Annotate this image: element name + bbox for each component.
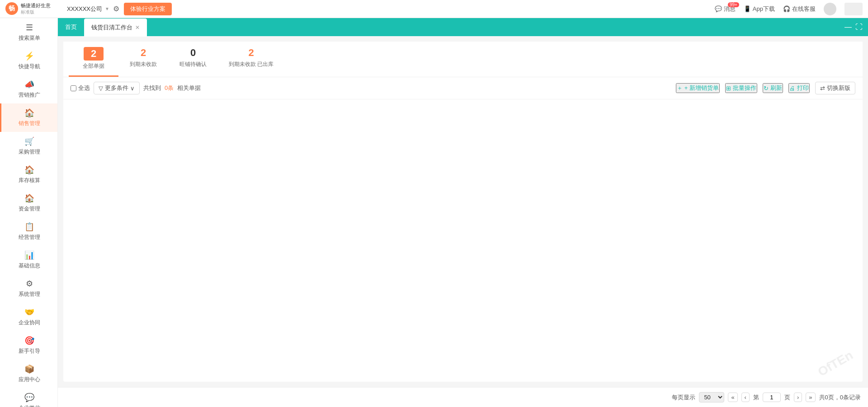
print-label: 打印	[797, 84, 809, 92]
result-text: 共找到	[143, 84, 161, 92]
service-icon: 🎧	[783, 5, 790, 12]
page-word-before: 第	[753, 393, 759, 402]
app-body: ☰ 搜索菜单 ⚡ 快捷导航 📣 营销推广 🏠 销售管理 🛒 采购管理 🏠 库存核…	[0, 18, 868, 407]
refresh-icon: ↻	[764, 85, 769, 92]
stat-count-all: 2	[84, 47, 104, 61]
page-size-select[interactable]: 50 100 200	[699, 392, 724, 402]
sidebar-item-inventory[interactable]: 🏠 库存核算	[0, 160, 57, 189]
company-name: XXXXXX公司	[67, 5, 102, 13]
gear-icon[interactable]: ⚙	[113, 5, 119, 13]
maximize-icon[interactable]: ⛶	[855, 23, 863, 31]
top-header: 畅 畅捷通好生意 标准版 XXXXXX公司 ▼ ⚙ 体验行业方案 💬 消息 99…	[0, 0, 868, 18]
sidebar-item-label: 营销推广	[19, 91, 40, 99]
base-info-icon: 📊	[24, 250, 34, 260]
page-size-label: 每页显示	[672, 393, 695, 402]
sidebar-item-operations[interactable]: 📋 经营管理	[0, 217, 57, 246]
sidebar-item-label: 系统管理	[19, 290, 40, 298]
close-icon[interactable]: ✕	[135, 24, 140, 31]
result-count: 0条	[165, 84, 174, 92]
toolbar-right: ＋ + 新增销货单 ⊞ 批量操作 ↻ 刷新 🖨	[676, 82, 855, 94]
main-content: 首页 钱货日清工作台 ✕ — ⛶ 2 全部单据 2	[58, 18, 868, 407]
batch-icon: ⊞	[726, 85, 731, 92]
sales-icon: 🏠	[24, 108, 34, 118]
sidebar-item-search[interactable]: ☰ 搜索菜单	[0, 18, 57, 47]
filter-icon: ▽	[99, 85, 103, 92]
cooperation-icon: 🤝	[24, 307, 34, 317]
chevron-down-icon: ▼	[105, 6, 109, 11]
stat-tab-pending[interactable]: 0 旺铺待确认	[168, 42, 218, 77]
tab-work-bench[interactable]: 钱货日清工作台 ✕	[84, 19, 147, 37]
stat-tab-all[interactable]: 2 全部单据	[69, 42, 118, 77]
content-area: 2 全部单据 2 到期未收款 0 旺铺待确认 2 到期未收款 已出库	[58, 36, 868, 387]
empty-area	[63, 99, 863, 280]
chevron-down-icon: ∨	[130, 85, 135, 92]
sidebar-item-sales[interactable]: 🏠 销售管理	[0, 103, 57, 132]
mobile-icon: 📱	[744, 5, 751, 12]
stat-label-pending: 旺铺待确认	[179, 61, 207, 68]
batch-operation-button[interactable]: ⊞ 批量操作	[725, 83, 757, 93]
sidebar-item-app-center[interactable]: 📦 应用中心	[0, 360, 57, 388]
select-all-checkbox[interactable]: 全选	[71, 84, 90, 92]
print-button[interactable]: 🖨 打印	[788, 83, 810, 93]
sidebar-item-label: 经营管理	[19, 234, 40, 241]
first-page-button[interactable]: «	[728, 393, 737, 402]
switch-version-button[interactable]: ⇄ 切换新版	[815, 82, 855, 94]
logo-icon: 畅	[5, 2, 18, 15]
app-download-label: App下载	[753, 5, 775, 13]
online-service-label: 在线客服	[792, 5, 816, 13]
print-icon: 🖨	[789, 85, 795, 92]
total-record-text: 共0页，0条记录	[819, 393, 861, 402]
sidebar-item-guide[interactable]: 🎯 新手引导	[0, 331, 57, 360]
add-sales-button[interactable]: ＋ + 新增销货单	[676, 83, 720, 93]
filter-button[interactable]: ▽ 更多条件 ∨	[94, 82, 140, 94]
page-number-input[interactable]	[763, 393, 781, 402]
company-selector[interactable]: XXXXXX公司 ▼	[67, 5, 109, 13]
sidebar-item-label: 搜索菜单	[19, 34, 40, 42]
result-suffix: 相关单据	[177, 84, 201, 92]
stat-count-shipped: 2	[249, 47, 254, 59]
stat-tab-overdue[interactable]: 2 到期未收款	[118, 42, 168, 77]
stat-tab-shipped[interactable]: 2 到期未收款 已出库	[218, 42, 284, 77]
sidebar-item-label: 基础信息	[19, 262, 40, 270]
message-button[interactable]: 💬 消息 99+	[715, 5, 736, 13]
switch-icon: ⇄	[820, 85, 825, 92]
sidebar-item-label: 新手引导	[19, 347, 40, 355]
cart-icon: 🛒	[24, 136, 34, 146]
finance-icon: 🏠	[24, 193, 34, 203]
operations-icon: 📋	[24, 222, 34, 232]
sidebar-item-base-info[interactable]: 📊 基础信息	[0, 246, 57, 274]
guide-icon: 🎯	[24, 336, 34, 346]
page-word: 页	[784, 393, 790, 402]
tab-bar-right: — ⛶	[844, 23, 868, 31]
sidebar-item-wechat[interactable]: 💬 企业微信	[0, 388, 57, 407]
sidebar-item-cooperation[interactable]: 🤝 企业协同	[0, 303, 57, 331]
filter-label: 更多条件	[105, 84, 128, 92]
sidebar-item-label: 企业微信	[19, 404, 40, 407]
sidebar-item-label: 应用中心	[19, 376, 40, 384]
last-page-button[interactable]: »	[806, 393, 815, 402]
app-center-icon: 📦	[24, 364, 34, 374]
message-badge: 99+	[728, 2, 739, 7]
logo-area: 畅 畅捷通好生意 标准版	[5, 2, 63, 15]
stat-label-overdue: 到期未收款	[130, 61, 157, 68]
refresh-label: 刷新	[770, 84, 782, 92]
try-plan-button[interactable]: 体验行业方案	[124, 3, 172, 15]
minimize-icon[interactable]: —	[844, 23, 852, 31]
refresh-button[interactable]: ↻ 刷新	[763, 83, 783, 93]
sidebar-item-quick-nav[interactable]: ⚡ 快捷导航	[0, 47, 57, 75]
sidebar-item-marketing[interactable]: 📣 营销推广	[0, 75, 57, 103]
app-download-button[interactable]: 📱 App下载	[744, 5, 775, 13]
prev-page-button[interactable]: ‹	[741, 393, 750, 402]
sidebar-item-finance[interactable]: 🏠 资金管理	[0, 189, 57, 217]
tab-home[interactable]: 首页	[58, 18, 84, 36]
checkbox-input[interactable]	[71, 85, 76, 91]
sidebar-item-system[interactable]: ⚙ 系统管理	[0, 274, 57, 303]
user-menu[interactable]	[844, 3, 863, 15]
inventory-icon: 🏠	[24, 165, 34, 175]
online-service-button[interactable]: 🎧 在线客服	[783, 5, 816, 13]
wechat-icon: 💬	[24, 393, 34, 402]
next-page-button[interactable]: ›	[794, 393, 802, 402]
sidebar-item-label: 库存核算	[19, 177, 40, 184]
avatar[interactable]	[824, 3, 836, 15]
sidebar-item-purchase[interactable]: 🛒 采购管理	[0, 132, 57, 160]
